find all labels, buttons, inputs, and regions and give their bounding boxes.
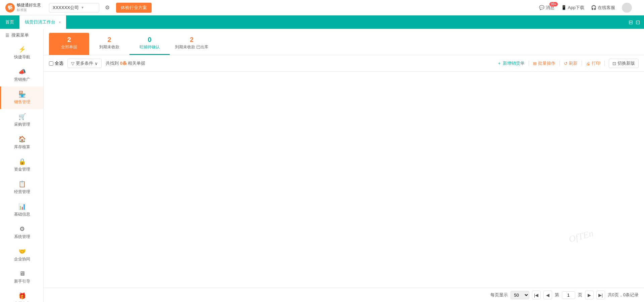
summary-tab-wangfu-label: 旺辅待确认 xyxy=(135,44,164,50)
sidebar-item-app-center[interactable]: 🎁 应用中心 xyxy=(0,288,43,302)
sidebar-item-operations[interactable]: 📋 经营管理 xyxy=(0,176,43,199)
online-service-btn[interactable]: 🎧 在线客服 xyxy=(591,5,615,11)
tab-qianhuoriqing[interactable]: 钱货日清工作台 × xyxy=(19,15,66,29)
print-icon: 🖨 xyxy=(586,61,590,66)
headset-icon: 🎧 xyxy=(591,5,596,10)
switch-icon: ⊡ xyxy=(612,61,616,66)
sidebar-item-purchase[interactable]: 🛒 采购管理 xyxy=(0,109,43,131)
select-all-checkbox[interactable]: 全选 xyxy=(49,60,63,66)
message-badge: 99+ xyxy=(549,2,558,6)
logo-sub: 标准版 xyxy=(17,8,41,12)
tab-active-label: 钱货日清工作台 xyxy=(25,19,55,25)
app-download-label: App下载 xyxy=(568,5,584,11)
divider-2 xyxy=(559,61,560,66)
sidebar-item-inventory[interactable]: 🏠 库存核算 xyxy=(0,131,43,154)
enterprise-icon: 🤝 xyxy=(18,248,26,255)
refresh-btn[interactable]: ↺ 刷新 xyxy=(564,60,578,66)
page-label: 第 xyxy=(555,292,559,298)
settings-icon[interactable]: ⚙ xyxy=(102,2,113,13)
batch-operation-btn[interactable]: ⊞ 批量操作 xyxy=(533,60,555,66)
found-suffix: 相关单据 xyxy=(128,61,145,66)
page-size-select[interactable]: 50 100 200 xyxy=(511,291,529,299)
quick-nav-label: 快捷导航 xyxy=(14,54,30,60)
filter-button[interactable]: ▽ 更多条件 ∨ xyxy=(67,59,102,68)
pagination-bar: 每页显示 50 100 200 |◀ ◀ 第 页 ▶ ▶| 共0页，0条记录 xyxy=(44,288,644,302)
page-prev-btn[interactable]: ◀ xyxy=(543,291,552,299)
phone-icon: 📱 xyxy=(561,5,567,10)
tab-close-icon[interactable]: × xyxy=(59,20,61,24)
toolbar-left: 全选 ▽ 更多条件 ∨ 共找到 0条 相关单据 xyxy=(49,59,493,68)
sidebar-item-marketing[interactable]: 📣 营销推广 xyxy=(0,64,43,86)
summary-tab-overdue-label: 到期未收款 xyxy=(95,44,124,50)
nav-tabs: 首页 钱货日清工作台 × ⊟ ⊡ xyxy=(0,15,644,29)
sidebar-item-capital[interactable]: 🔒 资金管理 xyxy=(0,154,43,176)
logo-text-area: 畅捷通好生意 标准版 xyxy=(17,3,41,13)
capital-label: 资金管理 xyxy=(14,167,30,172)
print-btn[interactable]: 🖨 打印 xyxy=(586,60,600,66)
page-last-btn[interactable]: ▶| xyxy=(596,291,605,299)
logo-text: 畅捷通好生意 xyxy=(17,3,41,8)
purchase-icon: 🛒 xyxy=(18,113,26,120)
found-prefix: 共找到 xyxy=(106,61,119,66)
message-icon: 💬 xyxy=(539,5,544,10)
summary-tab-wangfu-num: 0 xyxy=(135,36,164,44)
sidebar-item-sales[interactable]: 🏪 销售管理 xyxy=(0,86,43,109)
summary-tab-overdue[interactable]: 2 到期未收款 xyxy=(89,33,129,55)
sidebar-item-quick-nav[interactable]: ⚡ 快捷导航 xyxy=(0,42,43,64)
page-number-input[interactable] xyxy=(562,291,575,299)
switch-version-btn[interactable]: ⊡ 切换新版 xyxy=(609,59,639,68)
search-icon: ☰ xyxy=(5,33,9,38)
select-all-input[interactable] xyxy=(49,61,53,66)
experience-button[interactable]: 体验行业方案 xyxy=(116,3,152,13)
content-area: 2 全部单据 2 到期未收款 0 旺辅待确认 2 到期未收款 已出库 全选 xyxy=(44,29,644,302)
chevron-filter-icon: ∨ xyxy=(95,61,98,66)
search-menu-label: 搜索菜单 xyxy=(11,32,29,38)
maximize-icon[interactable]: ⊡ xyxy=(636,19,640,25)
summary-tab-overdue-out-label: 到期未收款 已出库 xyxy=(175,44,208,50)
found-text: 共找到 0条 相关单据 xyxy=(106,60,145,66)
app-download-btn[interactable]: 📱 App下载 xyxy=(561,5,584,11)
page-first-btn[interactable]: |◀ xyxy=(532,291,541,299)
add-btn-label: 新增销货单 xyxy=(503,60,525,66)
select-all-label: 全选 xyxy=(55,60,63,66)
filter-label: 更多条件 xyxy=(76,60,93,66)
system-label: 系统管理 xyxy=(14,234,30,240)
minimize-icon[interactable]: ⊟ xyxy=(629,19,633,25)
inventory-label: 库存核算 xyxy=(14,144,30,150)
sidebar-item-system[interactable]: ⚙ 系统管理 xyxy=(0,221,43,244)
basic-info-icon: 📊 xyxy=(18,203,26,210)
add-sale-order-btn[interactable]: ＋ 新增销货单 xyxy=(497,60,525,66)
summary-tab-overdue-out[interactable]: 2 到期未收款 已出库 xyxy=(170,33,214,55)
table-area xyxy=(44,72,644,288)
guide-label: 新手引导 xyxy=(14,279,30,284)
system-icon: ⚙ xyxy=(19,225,25,233)
summary-tab-overdue-out-num: 2 xyxy=(175,36,208,44)
header-right: 💬 消息 99+ 📱 App下载 🎧 在线客服 xyxy=(539,3,639,13)
summary-tab-wangfu[interactable]: 0 旺辅待确认 xyxy=(129,33,170,55)
online-service-label: 在线客服 xyxy=(598,5,615,11)
summary-tab-overdue-num: 2 xyxy=(95,36,124,44)
refresh-icon: ↺ xyxy=(564,61,568,66)
avatar[interactable] xyxy=(622,3,632,13)
marketing-icon: 📣 xyxy=(18,68,26,75)
switch-label: 切换新版 xyxy=(618,60,635,66)
summary-tab-all[interactable]: 2 全部单据 xyxy=(49,33,89,55)
logo-icon: 畅 xyxy=(5,3,15,12)
tab-home[interactable]: 首页 xyxy=(0,15,19,29)
sidebar-item-search-menu[interactable]: ☰ 搜索菜单 xyxy=(0,29,43,42)
summary-tab-all-num: 2 xyxy=(54,36,84,44)
total-label: 共0页，0条记录 xyxy=(608,292,639,298)
basic-info-label: 基础信息 xyxy=(14,212,30,217)
company-selector[interactable]: XXXXXX公司 ▼ xyxy=(49,3,99,12)
logo-area: 畅 畅捷通好生意 标准版 xyxy=(5,3,49,13)
filter-icon: ▽ xyxy=(71,61,74,66)
message-btn[interactable]: 💬 消息 99+ xyxy=(539,5,554,11)
sidebar-item-guide[interactable]: 🖥 新手引导 xyxy=(0,266,43,288)
sidebar-item-enterprise[interactable]: 🤝 企业协同 xyxy=(0,244,43,266)
sidebar-item-basic-info[interactable]: 📊 基础信息 xyxy=(0,199,43,221)
marketing-label: 营销推广 xyxy=(14,77,30,82)
page-next-btn[interactable]: ▶ xyxy=(585,291,594,299)
divider-1 xyxy=(529,61,529,66)
found-count: 0条 xyxy=(120,61,127,66)
summary-tab-all-label: 全部单据 xyxy=(54,44,84,50)
